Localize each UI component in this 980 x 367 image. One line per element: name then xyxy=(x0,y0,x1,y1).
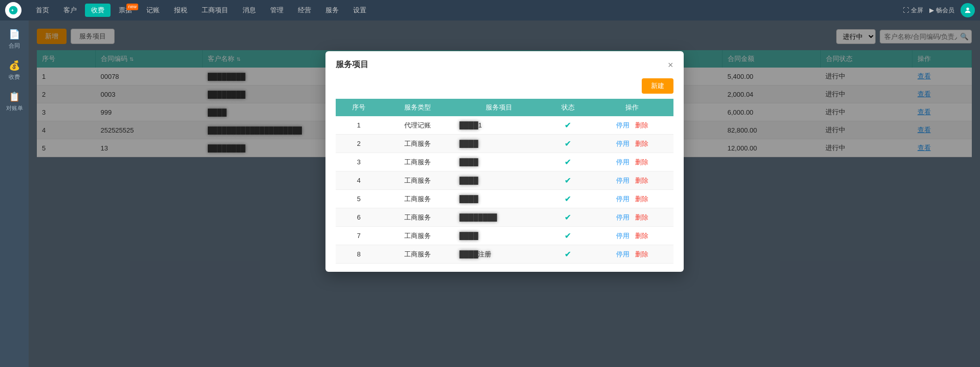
modal-scroll[interactable]: 序号 服务类型 服务项目 状态 操作 1 代理记账 ████1 ✔ 停用 删除 xyxy=(336,99,673,264)
stop-button[interactable]: 停用 xyxy=(616,195,629,203)
modal-cell-status: ✔ xyxy=(545,208,591,227)
nav-piaoju[interactable]: 票据 new xyxy=(113,4,138,17)
modal-body: 新建 序号 服务类型 服务项目 状态 操作 xyxy=(325,74,684,272)
modal-toolbar: 新建 xyxy=(336,78,673,94)
modal-cell-type: 工商服务 xyxy=(382,171,453,190)
nav-home[interactable]: 首页 xyxy=(30,4,55,17)
delete-button[interactable]: 删除 xyxy=(635,195,648,203)
delete-button[interactable]: 删除 xyxy=(635,158,648,166)
modal-cell-seq: 6 xyxy=(336,208,382,227)
modal-cell-item: ████注册 xyxy=(453,245,545,264)
stop-button[interactable]: 停用 xyxy=(616,232,629,240)
delete-button[interactable]: 删除 xyxy=(635,121,648,129)
delete-button[interactable]: 删除 xyxy=(635,232,648,240)
modal-cell-seq: 3 xyxy=(336,153,382,171)
delete-button[interactable]: 删除 xyxy=(635,177,648,184)
delete-button[interactable]: 删除 xyxy=(635,140,648,147)
nav-customer[interactable]: 客户 xyxy=(57,4,83,17)
delete-button[interactable]: 删除 xyxy=(635,213,648,221)
modal-cell-action: 停用 删除 xyxy=(591,116,673,135)
modal-cell-status: ✔ xyxy=(545,245,591,264)
nav-guanli[interactable]: 管理 xyxy=(264,4,290,17)
avatar[interactable] xyxy=(961,3,975,17)
nav-gongshang[interactable]: 工商项目 xyxy=(195,4,234,17)
nav-jingying[interactable]: 经营 xyxy=(292,4,317,17)
modal-table: 序号 服务类型 服务项目 状态 操作 1 代理记账 ████1 ✔ 停用 删除 xyxy=(336,99,673,264)
fee-icon: 💰 xyxy=(9,60,20,71)
modal-col-seq: 序号 xyxy=(336,99,382,116)
modal-cell-status: ✔ xyxy=(545,171,591,190)
modal-cell-status: ✔ xyxy=(545,116,591,135)
stop-button[interactable]: 停用 xyxy=(616,250,629,258)
nav-fuwu[interactable]: 服务 xyxy=(319,4,345,17)
nav-items: 首页 客户 收费 票据 new 记账 报税 工商项目 消息 管理 经营 服务 设… xyxy=(30,4,903,17)
modal-header: 服务项目 × xyxy=(325,51,684,74)
delete-button[interactable]: 删除 xyxy=(635,250,648,258)
modal-cell-type: 代理记账 xyxy=(382,116,453,135)
modal-cell-status: ✔ xyxy=(545,153,591,171)
modal-cell-action: 停用 删除 xyxy=(591,227,673,245)
stop-button[interactable]: 停用 xyxy=(616,158,629,166)
modal-cell-status: ✔ xyxy=(545,135,591,153)
modal-cell-item: ████████ xyxy=(453,208,545,227)
list-item: 6 工商服务 ████████ ✔ 停用 删除 xyxy=(336,208,673,227)
svg-text:✦: ✦ xyxy=(11,8,14,13)
modal-title: 服务项目 xyxy=(336,59,368,70)
modal-cell-seq: 1 xyxy=(336,116,382,135)
list-item: 7 工商服务 ████ ✔ 停用 删除 xyxy=(336,227,673,245)
modal-cell-item: ████ xyxy=(453,153,545,171)
modal-cell-action: 停用 删除 xyxy=(591,208,673,227)
statement-icon: 📋 xyxy=(9,91,20,102)
modal-col-status: 状态 xyxy=(545,99,591,116)
modal-cell-type: 工商服务 xyxy=(382,208,453,227)
nav-shoufei[interactable]: 收费 xyxy=(85,4,111,17)
modal-cell-status: ✔ xyxy=(545,190,591,208)
modal-overlay[interactable]: 服务项目 × 新建 序号 服务类型 服务项目 xyxy=(29,20,980,367)
modal-cell-seq: 4 xyxy=(336,171,382,190)
list-item: 5 工商服务 ████ ✔ 停用 删除 xyxy=(336,190,673,208)
list-item: 2 工商服务 ████ ✔ 停用 删除 xyxy=(336,135,673,153)
modal-cell-type: 工商服务 xyxy=(382,227,453,245)
sidebar-item-duizhangdan[interactable]: 📋 对账单 xyxy=(0,87,29,116)
modal-col-type: 服务类型 xyxy=(382,99,453,116)
modal-new-button[interactable]: 新建 xyxy=(642,78,673,94)
stop-button[interactable]: 停用 xyxy=(616,121,629,129)
modal-cell-type: 工商服务 xyxy=(382,190,453,208)
list-item: 4 工商服务 ████ ✔ 停用 删除 xyxy=(336,171,673,190)
modal-cell-item: ████1 xyxy=(453,116,545,135)
modal-col-item: 服务项目 xyxy=(453,99,545,116)
modal-cell-action: 停用 删除 xyxy=(591,135,673,153)
modal-cell-item: ████ xyxy=(453,190,545,208)
stop-button[interactable]: 停用 xyxy=(616,140,629,147)
modal-cell-item: ████ xyxy=(453,135,545,153)
modal-cell-item: ████ xyxy=(453,227,545,245)
member-button[interactable]: ▶ 畅会员 xyxy=(929,6,954,15)
modal-cell-action: 停用 删除 xyxy=(591,245,673,264)
modal-cell-status: ✔ xyxy=(545,227,591,245)
stop-button[interactable]: 停用 xyxy=(616,177,629,184)
contract-icon: 📄 xyxy=(9,29,20,40)
stop-button[interactable]: 停用 xyxy=(616,213,629,221)
nav-baoshui[interactable]: 报税 xyxy=(168,4,193,17)
app-logo[interactable]: ✦ xyxy=(5,2,21,18)
modal-cell-seq: 5 xyxy=(336,190,382,208)
svg-point-2 xyxy=(966,8,969,10)
right-icons: ⛶ 全屏 ▶ 畅会员 xyxy=(903,3,975,17)
fullscreen-button[interactable]: ⛶ 全屏 xyxy=(903,6,923,15)
modal-cell-type: 工商服务 xyxy=(382,153,453,171)
sidebar-item-hetong[interactable]: 📄 合同 xyxy=(0,25,29,54)
member-icon: ▶ xyxy=(929,7,934,14)
modal-cell-item: ████ xyxy=(453,171,545,190)
modal-cell-seq: 2 xyxy=(336,135,382,153)
sidebar-item-shoufei[interactable]: 💰 收费 xyxy=(0,56,29,85)
nav-shezhi[interactable]: 设置 xyxy=(347,4,373,17)
fullscreen-icon: ⛶ xyxy=(903,7,909,14)
list-item: 8 工商服务 ████注册 ✔ 停用 删除 xyxy=(336,245,673,264)
nav-jizhang[interactable]: 记账 xyxy=(140,4,166,17)
list-item: 1 代理记账 ████1 ✔ 停用 删除 xyxy=(336,116,673,135)
modal-cell-action: 停用 删除 xyxy=(591,190,673,208)
modal-close-button[interactable]: × xyxy=(668,60,673,70)
nav-xiaoxi[interactable]: 消息 xyxy=(236,4,262,17)
new-badge: new xyxy=(126,4,138,10)
list-item: 3 工商服务 ████ ✔ 停用 删除 xyxy=(336,153,673,171)
